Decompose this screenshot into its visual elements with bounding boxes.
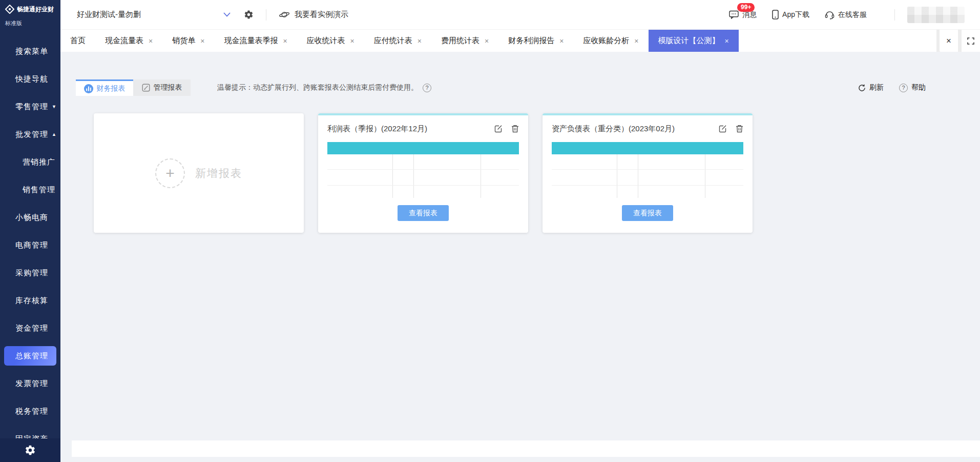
settings-gear-icon[interactable] <box>244 10 254 19</box>
account-selector[interactable]: 好业财测试-量勿删 <box>77 10 231 19</box>
close-icon[interactable]: × <box>725 37 729 45</box>
report-preview-grid <box>552 154 743 198</box>
tab-label: 费用统计表 <box>441 36 479 46</box>
app-download-button[interactable]: App下载 <box>772 10 809 19</box>
close-icon[interactable]: × <box>149 37 153 45</box>
message-icon <box>729 10 739 19</box>
report-card-profit: 利润表（季报）(2022年12月) <box>318 113 528 233</box>
sidebar-item-inventory[interactable]: 库存核算 <box>0 287 60 314</box>
subtab-label: 财务报表 <box>97 84 126 93</box>
hint-text: 温馨提示：动态扩展行列、跨账套报表公测结束后需付费使用。 ? <box>217 79 431 96</box>
edit-icon[interactable] <box>494 125 503 133</box>
delete-icon[interactable] <box>511 125 519 133</box>
fullscreen-button[interactable] <box>962 30 980 52</box>
sidebar-item-purchasing[interactable]: 采购管理 <box>0 259 60 287</box>
chart-circle-icon <box>84 84 93 93</box>
add-report-label: 新增报表 <box>195 166 242 180</box>
messages-button[interactable]: 99+ 消息 <box>729 10 757 19</box>
view-report-button[interactable]: 查看报表 <box>398 205 449 221</box>
planet-icon <box>279 10 290 19</box>
close-icon[interactable]: × <box>559 37 564 45</box>
top-header: 畅捷通好业财 标准版 好业财测试-量勿删 我要看实例演示 99+ <box>0 0 980 29</box>
chevron-down-icon <box>223 12 231 17</box>
tab-aging-analysis[interactable]: 应收账龄分析 × <box>573 30 648 52</box>
tab-payable-stats[interactable]: 应付统计表 × <box>364 30 431 52</box>
report-subtabs: 财务报表 管理报表 温馨提示：动态扩展行列、跨账套报表公测结束后需付费使用。 ? <box>76 79 980 96</box>
plus-icon: + <box>155 158 185 188</box>
question-icon[interactable]: ? <box>423 84 431 92</box>
tab-cash-flow[interactable]: 现金流量表 × <box>95 30 162 52</box>
sidebar-item-general-ledger-active[interactable]: 总账管理 <box>4 346 56 366</box>
report-header-bar <box>552 142 743 154</box>
document-tabbar: 首页 现金流量表 × 销货单 × 现金流量表季报 × 应收统计表 × 应付统计表… <box>60 29 980 52</box>
tab-label: 应付统计表 <box>374 36 412 46</box>
tab-receivable-stats[interactable]: 应收统计表 × <box>297 30 364 52</box>
close-icon[interactable]: × <box>418 37 422 45</box>
edit-icon[interactable] <box>719 125 727 133</box>
tab-label: 现金流量表 <box>105 36 143 46</box>
report-header-bar <box>327 142 519 154</box>
tab-label: 应收账龄分析 <box>583 36 629 46</box>
sidebar-item-xiaochang-ecommerce[interactable]: 小畅电商 <box>0 204 60 231</box>
sidebar-item-wholesale[interactable]: 批发管理 ▲ <box>0 120 60 148</box>
main-content: 财务报表 管理报表 温馨提示：动态扩展行列、跨账套报表公测结束后需付费使用。 ? <box>60 52 980 462</box>
close-icon: × <box>946 36 951 46</box>
refresh-button[interactable]: 刷新 <box>858 79 884 96</box>
tab-cash-flow-quarterly[interactable]: 现金流量表季报 × <box>214 30 297 52</box>
sidebar-item-quick-nav[interactable]: 快捷导航 <box>0 65 60 93</box>
refresh-icon <box>858 84 866 92</box>
tab-label: 财务利润报告 <box>508 36 554 46</box>
sidebar-item-invoice[interactable]: 发票管理 <box>0 370 60 397</box>
tabbar-corner: × <box>936 30 980 52</box>
tab-profit-report[interactable]: 财务利润报告 × <box>498 30 573 52</box>
report-preview-grid <box>327 154 519 198</box>
account-selector-value: 好业财测试-量勿删 <box>77 10 141 19</box>
tab-sales-order[interactable]: 销货单 × <box>162 30 214 52</box>
demo-link[interactable]: 我要看实例演示 <box>279 10 348 19</box>
tab-management-reports[interactable]: 管理报表 <box>133 79 191 96</box>
header-divider <box>894 9 895 21</box>
edit-doc-icon <box>142 84 150 92</box>
tab-financial-reports[interactable]: 财务报表 <box>76 79 133 96</box>
delete-icon[interactable] <box>736 125 743 133</box>
tab-expense-stats[interactable]: 费用统计表 × <box>431 30 498 52</box>
sidebar-item-tax[interactable]: 税务管理 <box>0 397 60 425</box>
close-icon[interactable]: × <box>283 37 287 45</box>
close-icon[interactable]: × <box>200 37 204 45</box>
phone-icon <box>772 10 779 19</box>
fullscreen-icon <box>967 37 974 45</box>
chevron-up-icon: ▲ <box>52 132 56 137</box>
gear-icon <box>25 445 36 456</box>
tabbar-spacer <box>739 30 936 52</box>
close-icon[interactable]: × <box>350 37 355 45</box>
sidebar-item-sales[interactable]: 销售管理 <box>0 176 60 204</box>
app-window: 畅捷通好业财 标准版 好业财测试-量勿删 我要看实例演示 99+ <box>0 0 980 462</box>
help-button[interactable]: ? 帮助 <box>899 79 926 96</box>
online-service-button[interactable]: 在线客服 <box>825 10 867 19</box>
sidebar-item-search-menu[interactable]: 搜索菜单 <box>0 37 60 65</box>
report-card-title: 资产负债表（重分类）(2023年02月) <box>552 124 710 134</box>
sidebar-item-funds[interactable]: 资金管理 <box>0 314 60 342</box>
user-name-blurred[interactable] <box>907 7 965 23</box>
view-report-button[interactable]: 查看报表 <box>622 205 673 221</box>
sidebar-item-ecommerce[interactable]: 电商管理 <box>0 231 60 259</box>
horizontal-scrollbar[interactable] <box>72 440 980 457</box>
add-report-card[interactable]: + 新增报表 <box>94 113 304 233</box>
question-icon: ? <box>899 84 908 92</box>
tab-label: 应收统计表 <box>307 36 345 46</box>
tab-template-design-active[interactable]: 模版设计【公测】 × <box>649 30 739 52</box>
subtab-label: 管理报表 <box>154 83 182 92</box>
sidebar-item-retail[interactable]: 零售管理 ▼ <box>0 93 60 120</box>
close-icon[interactable]: × <box>634 37 638 45</box>
tab-label: 现金流量表季报 <box>224 36 278 46</box>
close-tab-button[interactable]: × <box>940 30 958 52</box>
sidebar-footer[interactable] <box>0 438 60 462</box>
report-card-title: 利润表（季报）(2022年12月) <box>327 124 486 134</box>
tab-home[interactable]: 首页 <box>60 30 95 52</box>
chevron-down-icon: ▼ <box>52 104 56 109</box>
close-icon[interactable]: × <box>485 37 489 45</box>
headset-icon <box>825 10 835 19</box>
brand-logo: 畅捷通好业财 标准版 <box>0 0 60 29</box>
tab-label: 首页 <box>70 36 86 46</box>
sidebar-item-marketing[interactable]: 营销推广 <box>0 148 60 176</box>
